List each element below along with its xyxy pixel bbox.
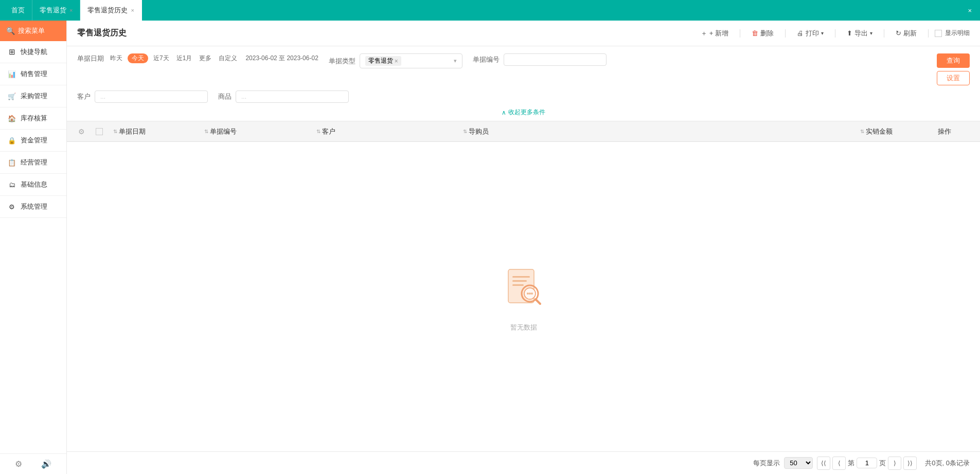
sidebar-item-inventory-label: 库存核算 [21, 114, 47, 123]
doc-type-select[interactable]: 零售退货 × ▾ [360, 53, 462, 68]
date-custom[interactable]: 自定义 [217, 53, 239, 63]
collapse-filter-btn[interactable]: ∧ 收起更多条件 [502, 108, 545, 117]
sidebar-item-inventory[interactable]: 🏠 库存核算 [0, 107, 66, 130]
th-action: 操作 [934, 127, 975, 136]
sidebar-item-operations[interactable]: 📋 经营管理 [0, 152, 66, 174]
print-button[interactable]: 🖨 打印 ▾ [792, 27, 829, 40]
divider-4 [884, 29, 884, 38]
th-guide[interactable]: ⇅ 导购员 [459, 127, 571, 136]
customer-select[interactable]: ... [95, 90, 208, 103]
th-date-sort-icon: ⇅ [113, 129, 117, 134]
add-button[interactable]: ＋ + 新增 [696, 27, 734, 40]
sidebar-item-basic-info[interactable]: 🗂 基础信息 [0, 174, 66, 196]
top-close-btn[interactable]: × [968, 7, 980, 14]
th-guide-label: 导购员 [469, 127, 489, 136]
sys-mgmt-icon: ⚙ [7, 202, 16, 211]
header-actions: ＋ + 新增 🗑 删除 🖨 打印 ▾ ⬆ 导出 ▾ [696, 27, 970, 40]
th-checkbox[interactable] [91, 128, 109, 135]
date-last7[interactable]: 近7天 [151, 53, 171, 63]
last-page-btn[interactable]: ⟩⟩ [903, 457, 917, 470]
tab-retail-return-history-close[interactable]: × [131, 7, 134, 13]
th-num[interactable]: ⇅ 单据编号 [200, 127, 312, 136]
divider-2 [785, 29, 786, 38]
delete-icon: 🗑 [752, 29, 758, 37]
operations-icon: 📋 [7, 158, 16, 167]
column-settings-icon[interactable]: ⚙ [78, 127, 85, 136]
customer-label: 客户 [77, 92, 91, 101]
svg-point-7 [527, 293, 529, 295]
first-page-btn[interactable]: ⟨⟨ [817, 457, 830, 470]
show-detail-text: 显示明细 [945, 29, 970, 38]
svg-rect-3 [512, 284, 524, 286]
purchase-mgmt-icon: 🛒 [7, 92, 16, 101]
divider-1 [740, 29, 740, 38]
sidebar-item-operations-label: 经营管理 [21, 158, 47, 167]
date-more[interactable]: 更多 [197, 53, 213, 63]
doc-type-label: 单据类型 [329, 57, 355, 66]
prev-page-btn[interactable]: ⟨ [832, 457, 846, 470]
tab-home-label: 首页 [11, 6, 25, 15]
date-yesterday[interactable]: 昨天 [108, 53, 124, 63]
tab-retail-return[interactable]: 零售退货 × [32, 0, 80, 21]
sidebar-item-finance-label: 资金管理 [21, 136, 47, 145]
refresh-label: 刷新 [903, 29, 917, 38]
tab-retail-return-close[interactable]: × [69, 7, 73, 13]
pagination-info: 共0页, 0条记录 [925, 459, 970, 468]
th-amount[interactable]: ⇅ 实销金额 [856, 127, 934, 136]
th-num-label: 单据编号 [210, 127, 237, 136]
divider-3 [835, 29, 835, 38]
svg-rect-1 [512, 276, 530, 278]
per-page-select[interactable]: 10 20 50 100 [784, 457, 813, 469]
sidebar-item-sales-mgmt-label: 销售管理 [21, 69, 47, 79]
sidebar-settings-icon[interactable]: ⚙ [15, 459, 22, 469]
export-button[interactable]: ⬆ 导出 ▾ [842, 27, 878, 40]
query-button[interactable]: 查询 [937, 53, 970, 68]
doc-num-input[interactable] [504, 53, 607, 66]
sidebar-item-sales-mgmt[interactable]: 📊 销售管理 [0, 63, 66, 85]
th-date-label: 单据日期 [119, 127, 146, 136]
sidebar-item-basic-info-label: 基础信息 [21, 180, 47, 189]
doc-type-tag-text: 零售退货 [368, 57, 393, 65]
doc-type-tag-remove[interactable]: × [395, 58, 398, 65]
date-filter-item: 单据日期 昨天 今天 近7天 近1月 更多 自定义 2023-06-02 至 2… [77, 53, 318, 63]
goods-filter-item: 商品 ... [218, 90, 349, 103]
select-all-checkbox[interactable] [96, 128, 103, 135]
sidebar-item-purchase-mgmt[interactable]: 🛒 采购管理 [0, 85, 66, 107]
print-dropdown-icon: ▾ [821, 30, 824, 36]
th-setting[interactable]: ⚙ [72, 127, 91, 136]
next-page-btn[interactable]: ⟩ [888, 457, 901, 470]
show-detail-checkbox[interactable] [935, 30, 942, 37]
refresh-button[interactable]: ↻ 刷新 [890, 27, 922, 40]
sidebar-item-sys-mgmt[interactable]: ⚙ 系统管理 [0, 196, 66, 218]
show-detail-label[interactable]: 显示明细 [935, 29, 970, 38]
search-menu[interactable]: 🔍 搜索菜单 [0, 21, 66, 41]
goods-placeholder: ... [241, 93, 246, 100]
tab-home[interactable]: 首页 [4, 0, 32, 21]
sidebar-item-finance[interactable]: 🔒 资金管理 [0, 130, 66, 152]
page-prefix-label: 第 [848, 459, 854, 468]
tab-retail-return-history[interactable]: 零售退货历史 × [80, 0, 141, 21]
goods-select[interactable]: ... [236, 90, 349, 103]
date-today[interactable]: 今天 [128, 53, 148, 63]
page-number-input[interactable] [857, 458, 877, 468]
pagination-nav: ⟨⟨ ⟨ 第 页 ⟩ ⟩⟩ [817, 457, 917, 470]
main-layout: 🔍 搜索菜单 ⊞ 快捷导航 📊 销售管理 🛒 采购管理 🏠 库存核算 🔒 [0, 21, 980, 474]
date-range-display: 2023-06-02 至 2023-06-02 [245, 54, 318, 63]
doc-type-filter-item: 单据类型 零售退货 × ▾ [329, 53, 462, 68]
sidebar-item-quick-nav[interactable]: ⊞ 快捷导航 [0, 41, 66, 63]
print-label: 打印 [806, 29, 819, 38]
pagination: 每页显示 10 20 50 100 ⟨⟨ ⟨ 第 页 ⟩ ⟩⟩ 共0页, 0条记… [67, 451, 980, 474]
delete-button[interactable]: 🗑 删除 [746, 27, 779, 40]
customer-placeholder: ... [100, 93, 105, 100]
sidebar: 🔍 搜索菜单 ⊞ 快捷导航 📊 销售管理 🛒 采购管理 🏠 库存核算 🔒 [0, 21, 67, 474]
setting-button[interactable]: 设置 [937, 71, 970, 85]
tab-retail-return-history-label: 零售退货历史 [87, 6, 128, 15]
add-icon: ＋ [701, 29, 707, 38]
sidebar-audio-icon[interactable]: 🔊 [41, 459, 51, 469]
date-last-month[interactable]: 近1月 [174, 53, 194, 63]
empty-state: 暂无数据 [67, 142, 980, 451]
th-date[interactable]: ⇅ 单据日期 [109, 127, 200, 136]
doc-type-tag: 零售退货 × [365, 56, 401, 66]
th-customer[interactable]: ⇅ 客户 [312, 127, 459, 136]
content-area: 零售退货历史 ＋ + 新增 🗑 删除 🖨 打印 ▾ [67, 21, 980, 474]
